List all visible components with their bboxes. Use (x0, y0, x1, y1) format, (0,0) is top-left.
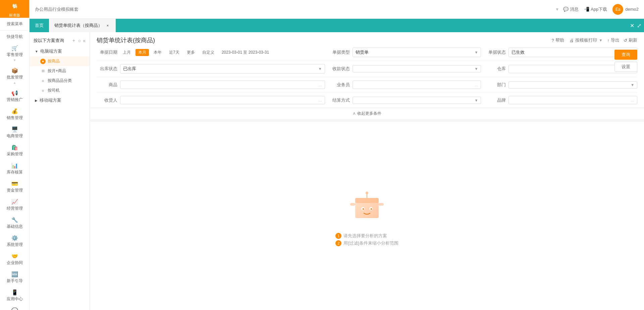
query-button[interactable]: 查询 (614, 50, 637, 60)
tree-desktop-scheme[interactable]: ▼ 电脑端方案 (30, 46, 90, 56)
sidebar-item-wechat[interactable]: 💬 企业微信 (0, 305, 29, 310)
brand-input[interactable]: ... (508, 96, 637, 104)
receipt-select[interactable]: ▼ (353, 65, 481, 72)
tree-item-by-driver[interactable]: ≡ 按司机 (30, 86, 90, 95)
retail-icon: 🛒 (11, 45, 18, 51)
staff-input[interactable]: ... (353, 81, 481, 89)
receiver-label: 收货人 (97, 97, 120, 103)
topbar-dropdown[interactable]: ▼ (555, 7, 559, 12)
tab-close-btn[interactable]: × (105, 23, 110, 28)
sidebar-item-finance[interactable]: 💳 资金管理 (0, 178, 29, 196)
page-actions: ? 帮助 🖨 按模板打印 ▼ ↑ 导出 (551, 37, 637, 43)
staff-dots: ... (474, 82, 478, 87)
receiver-col: 收货人 ... (97, 96, 329, 104)
left-panel-header: 按以下方案查询 ＋ ○ « (30, 35, 90, 46)
search-menu[interactable]: 搜索菜单 (0, 18, 29, 31)
payment-select[interactable]: ▼ (353, 97, 481, 104)
print-main[interactable]: 🖨 按模板打印 (568, 37, 598, 43)
app-download-action[interactable]: 📲 App下载 (584, 6, 607, 12)
message-action[interactable]: 💬 消息 (563, 6, 579, 12)
goods-input[interactable]: ... (120, 81, 325, 89)
type-select[interactable]: 销货单 ▼ (353, 48, 481, 57)
date-btn-thismonth[interactable]: 本月 (136, 49, 149, 56)
sidebar-item-inventory[interactable]: 📊 库存核算 (0, 160, 29, 178)
topbar-actions: 💬 消息 📲 App下载 Ea demo2 (563, 4, 639, 15)
topbar: 办公用品行业模拟账套 ▼ 💬 消息 📲 App下载 Ea demo2 (30, 0, 644, 19)
tab-active[interactable]: 销货单统计表（按商品） × (49, 19, 116, 32)
type-arrow: ▼ (474, 50, 478, 54)
left-panel-icons: ＋ ○ « (71, 38, 86, 44)
payment-col: 结算方式 ▼ (329, 97, 485, 104)
help-action[interactable]: ? 帮助 (551, 37, 564, 43)
out-control: 已出库 ▼ (120, 64, 325, 73)
empty-illustration (347, 185, 387, 225)
receiver-input[interactable]: ... (120, 96, 325, 104)
tree-item-by-month-goods[interactable]: ⊞ 按月+商品 (30, 66, 90, 76)
dept-control: ▼ (508, 81, 637, 89)
edit-scheme-btn[interactable]: ○ (78, 38, 81, 43)
app-logo[interactable]: 畅 标准版 (0, 0, 29, 18)
tree-chevron-down: ▼ (35, 50, 38, 53)
sidebar-item-marketing[interactable]: 📢 营销推广 (0, 87, 29, 105)
brand-label: 品牌 (485, 97, 508, 103)
tab-close-window[interactable]: ✕ (630, 22, 634, 29)
print-action[interactable]: 🖨 按模板打印 ▼ (568, 37, 603, 43)
receiver-control: ... (120, 96, 325, 104)
export-action[interactable]: ↑ 导出 (607, 37, 620, 43)
user-area[interactable]: Ea demo2 (612, 4, 639, 15)
active-dot: ● (40, 59, 46, 64)
staff-label: 业务员 (329, 82, 353, 88)
tab-home-label: 首页 (35, 22, 44, 29)
tree-item-by-category[interactable]: ≡ 按商品品分类 (30, 76, 90, 86)
out-select[interactable]: 已出库 ▼ (120, 64, 325, 73)
print-arrow[interactable]: ▼ (598, 38, 603, 42)
reset-button[interactable]: 设置 (614, 62, 637, 72)
date-btn-thisyear[interactable]: 本年 (151, 49, 164, 56)
download-icon: 📲 (584, 7, 589, 12)
tip-text-2: 用[过滤]条件来缩小分析范围 (343, 240, 398, 246)
sidebar-item-system[interactable]: ⚙️ 系统管理 (0, 232, 29, 250)
sidebar-item-purchase[interactable]: 🛍️ 采购管理 (0, 142, 29, 160)
date-btn-more[interactable]: 更多 (184, 49, 198, 56)
dept-select[interactable]: ▼ (508, 81, 637, 89)
sidebar-item-ecommerce[interactable]: 🖥️ 电商管理 (0, 123, 29, 142)
receiver-dots: ... (318, 98, 322, 103)
tree-mobile-scheme[interactable]: ▶ 移动端方案 (30, 95, 90, 105)
sidebar-item-appcenter[interactable]: 📱 应用中心 (0, 287, 29, 305)
sidebar-item-sales[interactable]: 💰 销售管理 (0, 105, 29, 123)
goods-control: ... (120, 81, 325, 89)
right-panel: 销货单统计表(按商品) ? 帮助 🖨 按模板打印 ▼ (90, 32, 644, 310)
svg-rect-10 (350, 203, 355, 206)
tree-label-by-month-goods: 按月+商品 (48, 68, 66, 74)
collapse-bar[interactable]: ∧ 收起更多条件 (90, 108, 644, 119)
date-label: 单据日期 (97, 49, 120, 55)
basic-icon: 🔧 (11, 217, 18, 223)
tree-item-by-goods[interactable]: ● 按商品 (30, 56, 90, 66)
sidebar-item-retail[interactable]: 🛒 零售管理 ▼ (0, 42, 29, 65)
sidebar-item-operation[interactable]: 📈 经营管理 (0, 196, 29, 214)
empty-tip-1: 1 请先选择要分析的方案 (335, 233, 398, 239)
tree-label-by-goods: 按商品 (48, 58, 60, 64)
empty-state: 1 请先选择要分析的方案 2 用[过滤]条件来缩小分析范围 (90, 122, 644, 310)
appcenter-icon: 📱 (11, 289, 18, 296)
receipt-col: 收款状态 ▼ (329, 65, 485, 72)
add-scheme-btn[interactable]: ＋ (71, 38, 76, 44)
filter-section: 销货单统计表(按商品) ? 帮助 🖨 按模板打印 ▼ (90, 32, 644, 119)
collapse-scheme-btn[interactable]: « (83, 38, 86, 43)
export-label: 导出 (611, 37, 620, 43)
date-btn-custom[interactable]: 自定义 (200, 49, 217, 56)
refresh-action[interactable]: ↺ 刷新 (624, 37, 637, 43)
sidebar-item-wholesale[interactable]: 📦 批发管理 ▲ (0, 65, 29, 87)
dept-col: 部门 ▼ (485, 81, 637, 89)
sidebar-item-basic[interactable]: 🔧 基础信息 (0, 214, 29, 232)
sidebar-item-newuser[interactable]: 🆕 新手引导 (0, 268, 29, 287)
left-panel: 按以下方案查询 ＋ ○ « ▼ 电脑端方案 ● 按商品 ⊞ 按月+商品 ≡ (30, 32, 90, 310)
date-btn-lastmonth[interactable]: 上月 (120, 49, 133, 56)
sidebar-item-enterprise[interactable]: 🤝 企业协同 (0, 250, 29, 268)
date-btn-7days[interactable]: 近7天 (166, 49, 182, 56)
tab-home[interactable]: 首页 (30, 19, 49, 32)
type-label: 单据类型 (329, 49, 353, 55)
type-control: 销货单 ▼ (353, 48, 481, 57)
tab-maximize[interactable]: ⤢ (637, 22, 641, 29)
quick-nav[interactable]: 快捷导航 (0, 31, 29, 41)
